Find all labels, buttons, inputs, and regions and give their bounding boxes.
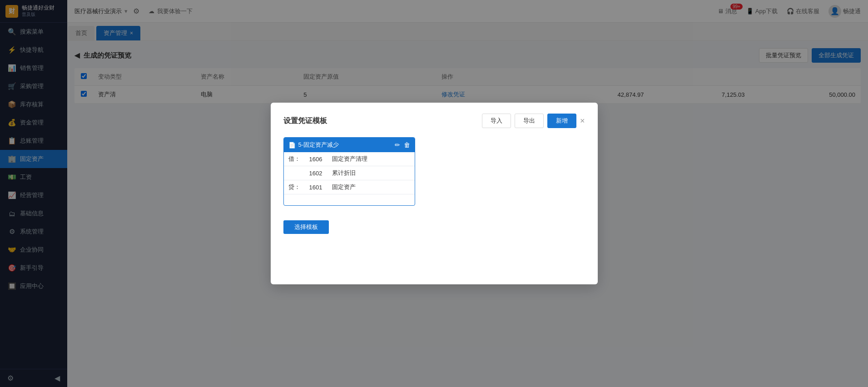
entry-col4 (402, 152, 415, 166)
entry-label-empty (284, 166, 305, 180)
template-edit-icon[interactable]: ✏ (395, 141, 400, 149)
set-template-dialog: 设置凭证模板 导入 导出 新增 × 📄 5-固定资产减少 ✏ 🗑 (271, 103, 598, 284)
template-card: 📄 5-固定资产减少 ✏ 🗑 借： 1606 固定资产清理 (283, 137, 415, 206)
entry-name-3: 固定资产 (327, 180, 389, 194)
modal-overlay: 设置凭证模板 导入 导出 新增 × 📄 5-固定资产减少 ✏ 🗑 (0, 0, 868, 387)
empty-cell (305, 194, 327, 205)
empty-cell (402, 194, 415, 205)
template-card-title: 📄 5-固定资产减少 (288, 141, 339, 149)
select-template-button[interactable]: 选择模板 (283, 220, 329, 234)
entry-credit-label: 贷： (284, 180, 305, 194)
select-template-area: 选择模板 (283, 213, 585, 234)
template-doc-icon: 📄 (288, 142, 296, 149)
entry-code-1: 1606 (305, 152, 327, 166)
template-entry-row: 借： 1606 固定资产清理 (284, 152, 415, 166)
entry-name-1: 固定资产清理 (327, 152, 389, 166)
template-delete-icon[interactable]: 🗑 (404, 141, 410, 149)
entry-col3 (389, 180, 402, 194)
entry-col3 (389, 152, 402, 166)
entry-col3 (389, 166, 402, 180)
template-card-header: 📄 5-固定资产减少 ✏ 🗑 (284, 138, 415, 152)
template-name: 5-固定资产减少 (298, 141, 339, 149)
new-template-button[interactable]: 新增 (547, 114, 576, 128)
dialog-header: 设置凭证模板 导入 导出 新增 × (283, 114, 585, 128)
template-card-actions: ✏ 🗑 (395, 141, 410, 149)
entry-code-2: 1602 (305, 166, 327, 180)
entry-name-2: 累计折旧 (327, 166, 389, 180)
import-button[interactable]: 导入 (482, 114, 511, 128)
dialog-title: 设置凭证模板 (283, 116, 327, 126)
export-button[interactable]: 导出 (515, 114, 544, 128)
template-entry-row: 1602 累计折旧 (284, 166, 415, 180)
empty-cell (327, 194, 389, 205)
dialog-close-button[interactable]: × (580, 117, 585, 125)
template-entries-table: 借： 1606 固定资产清理 1602 累计折旧 贷： (284, 152, 415, 205)
empty-cell (389, 194, 402, 205)
empty-cell (284, 194, 305, 205)
template-empty-row (284, 194, 415, 205)
template-entry-row: 贷： 1601 固定资产 (284, 180, 415, 194)
entry-code-3: 1601 (305, 180, 327, 194)
entry-debit-label: 借： (284, 152, 305, 166)
entry-col4 (402, 166, 415, 180)
dialog-actions: 导入 导出 新增 (482, 114, 576, 128)
entry-col4 (402, 180, 415, 194)
